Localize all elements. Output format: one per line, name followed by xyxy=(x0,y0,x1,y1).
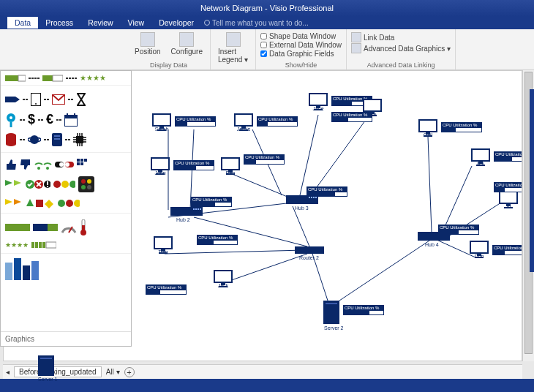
sheet-filter[interactable]: All ▾ xyxy=(106,368,120,376)
svg-rect-21 xyxy=(54,135,60,137)
bar-green-icon[interactable] xyxy=(5,75,26,82)
node-server1[interactable]: Server 1 xyxy=(38,355,57,382)
dash-icon[interactable] xyxy=(66,78,77,79)
calendar-icon[interactable] xyxy=(64,113,78,127)
node-sarah[interactable]: Sarah xyxy=(148,113,175,132)
position-button[interactable]: Position xyxy=(132,31,164,57)
menu-bar: Data Process Review View Developer Tell … xyxy=(0,16,534,29)
node-bill[interactable]: Bill xyxy=(467,148,494,167)
bar-b-icon[interactable] xyxy=(33,223,58,232)
node-al[interactable]: Al xyxy=(495,191,522,209)
svg-point-46 xyxy=(81,179,86,184)
configure-button[interactable]: Configure xyxy=(168,31,206,57)
traffic-light-icon[interactable] xyxy=(78,176,94,192)
toggle-icons[interactable] xyxy=(55,160,74,169)
data-graphic-fields-checkbox[interactable]: Data Graphic Fields xyxy=(260,50,334,58)
sheet-tab-bar: ◂ Before Linking_updated All ▾ + xyxy=(3,364,522,379)
thermometer-icon[interactable] xyxy=(80,219,87,235)
node-tom[interactable]: Tom xyxy=(150,236,176,255)
side-pane-hint[interactable] xyxy=(530,89,534,272)
svg-rect-3 xyxy=(53,75,63,81)
svg-point-44 xyxy=(69,181,75,188)
shapes-panel[interactable]: ★★★★ $ € xyxy=(0,70,132,347)
svg-rect-33 xyxy=(77,162,80,165)
tag-tom: CPU Utilization % xyxy=(197,235,238,245)
group-display-data: Display Data xyxy=(132,61,206,69)
mail-icon[interactable] xyxy=(52,94,65,105)
tag-icon[interactable] xyxy=(5,94,20,105)
shape-data-window-checkbox[interactable]: Shape Data Window xyxy=(260,32,336,40)
hourglass-icon[interactable] xyxy=(76,93,86,106)
tab-blank[interactable] xyxy=(1,21,7,24)
tag-bill: CPU Utilization % xyxy=(494,151,522,162)
column-chart-icon[interactable] xyxy=(5,258,42,280)
svg-rect-4 xyxy=(5,97,15,102)
thumb-up-icon[interactable] xyxy=(5,159,17,170)
svg-rect-45 xyxy=(78,176,94,192)
add-sheet-button[interactable]: + xyxy=(124,367,135,377)
link-data-button[interactable]: Link Data xyxy=(351,32,394,42)
svg-point-56 xyxy=(66,200,73,207)
external-data-window-checkbox[interactable]: External Data Window xyxy=(260,41,342,49)
svg-point-24 xyxy=(37,167,40,170)
svg-point-49 xyxy=(87,185,91,189)
chip-icon[interactable] xyxy=(73,133,86,146)
database-icon[interactable] xyxy=(5,133,17,146)
status-icons[interactable] xyxy=(26,179,50,189)
configure-icon xyxy=(179,32,194,47)
wifi-green-icon[interactable] xyxy=(34,159,52,170)
flags-yellow-icon[interactable] xyxy=(5,199,23,208)
dots2-icon[interactable] xyxy=(58,199,80,208)
tab-developer[interactable]: Developer xyxy=(151,17,201,29)
dash-icon[interactable] xyxy=(29,78,40,79)
planet-icon[interactable] xyxy=(28,133,41,146)
status-bar xyxy=(0,379,534,392)
euro-icon[interactable]: € xyxy=(46,112,53,127)
sheet-tab[interactable]: Before Linking_updated xyxy=(14,366,102,377)
flags-green-icon[interactable] xyxy=(5,180,23,189)
gauge-icon[interactable] xyxy=(61,221,77,234)
device-icon[interactable] xyxy=(52,133,62,146)
tab-process[interactable]: Process xyxy=(38,17,80,29)
dashbar-icon[interactable] xyxy=(31,241,56,249)
shapes-mix-icon[interactable] xyxy=(26,198,55,208)
tab-data[interactable]: Data xyxy=(7,17,38,29)
bar-a-icon[interactable] xyxy=(5,223,30,232)
node-router2[interactable] xyxy=(295,246,324,254)
svg-point-29 xyxy=(65,162,69,167)
tab-review[interactable]: Review xyxy=(80,17,120,29)
nav-first-icon[interactable]: ◂ xyxy=(6,368,10,376)
group-show-hide: Show/Hide xyxy=(260,61,342,69)
svg-rect-0 xyxy=(5,75,18,81)
node-server2[interactable] xyxy=(323,301,339,324)
thumb-down-icon[interactable] xyxy=(20,159,31,170)
node-ben[interactable]: Ben xyxy=(217,157,244,176)
tab-view[interactable]: View xyxy=(121,17,152,29)
node-don[interactable]: Don xyxy=(466,241,492,259)
tell-me[interactable]: Tell me what you want to do... xyxy=(204,19,309,27)
pin-icon[interactable] xyxy=(5,113,17,127)
node-gail[interactable]: Gail xyxy=(415,119,441,137)
svg-rect-22 xyxy=(54,138,60,140)
node-jamie[interactable]: Jamie xyxy=(230,113,257,132)
advanced-data-graphics-button[interactable]: Advanced Data Graphics ▾ xyxy=(351,43,451,53)
insert-legend-button[interactable]: InsertLegend ▾ xyxy=(215,31,251,65)
svg-rect-23 xyxy=(76,136,83,143)
bar-green2-icon[interactable] xyxy=(42,75,63,82)
node-hub2[interactable] xyxy=(170,207,203,216)
node-john[interactable]: John xyxy=(147,157,173,176)
svg-marker-54 xyxy=(45,200,53,208)
grid-blue-icon[interactable] xyxy=(77,159,93,170)
stars2-icon[interactable]: ★★★★ xyxy=(5,241,29,249)
dots-color-icon[interactable] xyxy=(53,180,75,189)
adv-graphics-icon xyxy=(351,43,361,53)
svg-rect-65 xyxy=(31,242,34,248)
dollar-icon[interactable]: $ xyxy=(28,112,35,127)
stars-icon[interactable]: ★★★★ xyxy=(80,74,106,82)
node-jack[interactable]: Jack xyxy=(210,270,236,288)
svg-point-7 xyxy=(35,103,37,105)
tag-jack: CPU Utilization % xyxy=(146,284,187,295)
phone-icon[interactable] xyxy=(31,93,41,106)
graphics-category[interactable]: Graphics xyxy=(1,331,131,346)
node-jane[interactable]: Jane xyxy=(305,93,331,111)
